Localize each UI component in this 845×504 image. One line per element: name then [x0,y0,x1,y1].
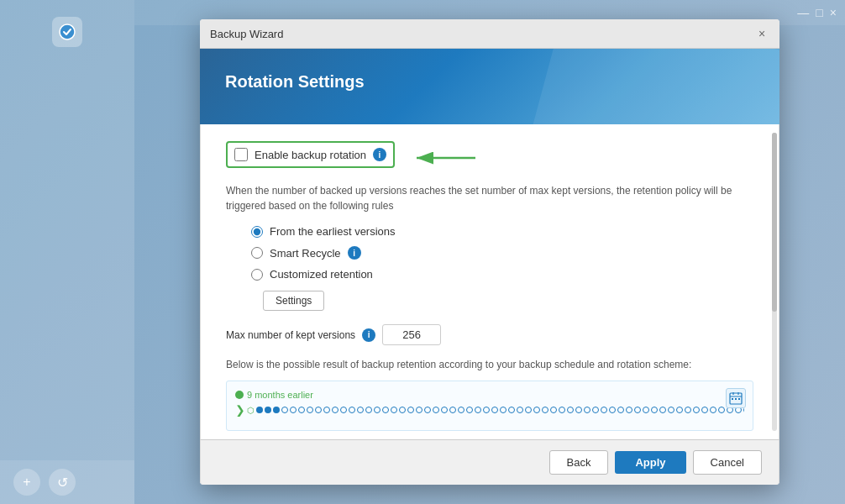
dialog-footer: Back Apply Cancel [200,439,779,485]
timeline-dot-item [332,407,339,413]
timeline-dot-item [693,407,700,413]
timeline-dot-item [449,407,456,413]
arrow-annotation [410,146,477,172]
timeline-dot-item [391,407,397,413]
svg-rect-7 [732,398,733,400]
svg-rect-9 [738,398,740,400]
timeline-dot-item [517,407,523,413]
radio-smart-recycle[interactable] [251,247,263,259]
timeline-dot-item [290,407,297,413]
timeline-dot-item [626,407,632,413]
max-versions-input[interactable] [382,324,441,345]
timeline-dot-item [483,407,490,413]
modal-overlay: Backup Wizard × Rotation Settings Enable… [134,0,845,504]
timeline-dot-item [542,407,548,413]
timeline-dot-item [559,407,565,413]
timeline-dot-item [256,407,263,413]
timeline-start-icon: ❯ [235,403,245,417]
timeline-dot-item [365,407,372,413]
timeline-dot-item [550,407,557,413]
timeline-label: 9 months earlier [235,390,744,400]
timeline-dot-item [643,407,649,413]
timeline-dot-item [491,407,498,413]
timeline-dot-item [399,407,406,413]
timeline-dot-item [458,407,464,413]
app-icon[interactable] [52,17,82,47]
enable-backup-rotation-info-icon[interactable]: i [373,148,386,161]
settings-button[interactable]: Settings [263,291,324,311]
svg-point-0 [60,24,75,39]
timeline-dot-item [668,407,674,413]
timeline-dot-item [265,407,271,413]
taskbar-bottom: + ↺ [0,460,134,504]
timeline-dot-item [567,407,574,413]
timeline-dot-item [298,407,305,413]
enable-backup-rotation-checkbox[interactable] [234,148,248,161]
scroll-thumb [772,133,777,312]
enable-backup-rotation-label: Enable backup rotation [255,149,366,161]
radio-row-earliest: From the earliest versions [251,225,753,238]
add-icon[interactable]: + [13,469,40,496]
timeline-dot-item [718,407,725,413]
timeline-dot-item [374,407,381,413]
svg-rect-8 [735,398,737,400]
timeline-dot-item [407,407,414,413]
dialog-header: Rotation Settings [200,49,779,124]
dialog-close-button[interactable]: × [754,26,769,41]
timeline-dot-item [323,407,330,413]
taskbar-left: + ↺ [0,0,134,504]
timeline-dot-item [466,407,473,413]
radio-row-customized: Customized retention [251,268,753,281]
radio-row-smart-recycle: Smart Recycle i [251,246,753,260]
timeline-dot-item [441,407,448,413]
history-icon[interactable]: ↺ [49,469,76,496]
timeline-dot-item [349,407,355,413]
max-versions-info-icon[interactable]: i [362,328,375,342]
timeline-dot-item [525,407,532,413]
timeline-dot-item [357,407,364,413]
radio-earliest[interactable] [251,226,263,238]
timeline-dots [256,407,744,413]
dialog-header-title: Rotation Settings [225,72,754,92]
timeline-dot [235,391,244,399]
back-button[interactable]: Back [549,450,609,475]
below-description: Below is the possible result of backup r… [226,357,753,372]
timeline-dot-item [651,407,658,413]
timeline-dot-item [659,407,666,413]
timeline-dot-item [433,407,439,413]
scroll-indicator[interactable] [772,133,777,431]
timeline-dot-item [281,407,288,413]
max-versions-row: Max number of kept versions i [226,324,753,345]
radio-smart-recycle-label: Smart Recycle [270,247,341,260]
apply-button[interactable]: Apply [615,451,685,474]
timeline-dot-item [382,407,389,413]
timeline-dot-item [634,407,641,413]
timeline-label-text: 9 months earlier [247,390,313,400]
timeline-dot-item [315,407,322,413]
timeline-tick-1: ⬡ [247,406,255,415]
calendar-icon[interactable] [726,388,746,408]
backup-wizard-dialog: Backup Wizard × Rotation Settings Enable… [200,19,779,485]
dialog-title: Backup Wizard [210,28,283,40]
timeline-dot-item [307,407,313,413]
enable-backup-rotation-row: Enable backup rotation i [226,141,395,168]
cancel-button[interactable]: Cancel [693,450,762,475]
timeline-dot-item [710,407,716,413]
timeline-dot-item [424,407,431,413]
radio-customized[interactable] [251,269,263,281]
timeline-dot-item [676,407,683,413]
timeline-dot-item [609,407,616,413]
timeline-track: ❯ ⬡ [235,403,744,417]
radio-customized-label: Customized retention [270,268,373,281]
timeline-dot-item [592,407,599,413]
timeline-dot-item [617,407,624,413]
dialog-titlebar: Backup Wizard × [200,19,779,49]
timeline-area: 9 months earlier ❯ ⬡ [226,381,753,431]
timeline-dot-item [685,407,691,413]
rotation-description: When the number of backed up versions re… [226,183,753,213]
timeline-dot-item [273,407,280,413]
smart-recycle-info-icon[interactable]: i [348,246,361,260]
timeline-dot-item [475,407,481,413]
timeline-dot-item [508,407,515,413]
timeline-dot-item [416,407,422,413]
